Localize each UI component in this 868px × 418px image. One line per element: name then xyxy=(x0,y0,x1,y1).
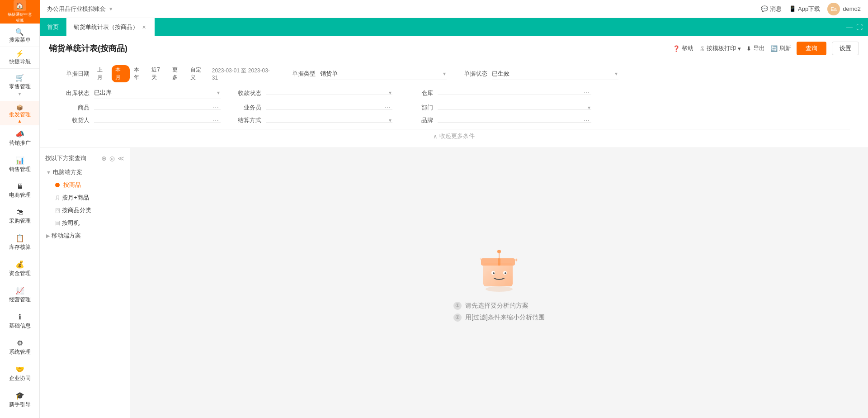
sidebar-item-base[interactable]: ℹ 基础信息 xyxy=(0,308,39,334)
recv-status-select[interactable]: ▾ xyxy=(266,91,392,95)
tree-item-by-goods[interactable]: 按商品 xyxy=(52,179,126,191)
filter-row-4: 收货人 ··· 结算方式 ▾ 品牌 ··· xyxy=(58,116,850,124)
filter-area: 单据日期 上月 本月 本年 近7天 更多 自定义 2023-03-01 至 20… xyxy=(49,60,859,147)
goods-input[interactable]: ··· xyxy=(94,106,221,110)
tab-maximize-icon[interactable]: ⛶ xyxy=(856,24,863,31)
filter-row-1: 单据日期 上月 本月 本年 近7天 更多 自定义 2023-03-01 至 20… xyxy=(58,65,850,82)
edit-scheme-icon[interactable]: ◎ xyxy=(109,155,115,162)
out-status-select[interactable]: 已出库 ▾ xyxy=(94,87,221,99)
sidebar-item-finance[interactable]: 💰 资金管理 xyxy=(0,256,39,282)
enterprise-icon: 🤝 xyxy=(15,365,24,374)
sidebar-item-system[interactable]: ⚙ 系统管理 xyxy=(0,334,39,361)
empty-step-2: ② 用[过滤]条件来缩小分析范围 xyxy=(453,314,545,322)
brand-dots[interactable]: ··· xyxy=(584,116,590,124)
brand-input[interactable]: ··· xyxy=(438,119,591,123)
sidebar-item-ops[interactable]: 📈 经营管理 xyxy=(0,282,39,308)
app-logo[interactable]: 🏠 畅捷通好生意 标账 xyxy=(0,0,40,24)
by-printer-label: 按司机 xyxy=(62,219,80,227)
app-download-btn[interactable]: 📱 App下载 xyxy=(789,5,820,13)
export-label: 导出 xyxy=(753,44,765,52)
sidebar-item-newbie[interactable]: 🎓 新手引导 xyxy=(0,387,39,413)
step2-text: 用[过滤]条件来缩小分析范围 xyxy=(465,314,545,322)
pc-tree-children: 按商品 月 按月+商品 回 按商品分类 回 按司机 xyxy=(43,179,126,229)
out-status-label: 出库状态 xyxy=(58,89,94,97)
wholesale-icon: 📦 xyxy=(16,104,23,111)
empty-text: ① 请先选择要分析的方案 ② 用[过滤]条件来缩小分析范围 xyxy=(453,302,545,322)
page-header-top: 销货单统计表(按商品) ❓ 帮助 🖨 按模板打印 ▾ ⬇ 导出 xyxy=(49,42,859,55)
printer-icon: 回 xyxy=(55,220,60,227)
tree-item-by-month-goods[interactable]: 月 按月+商品 xyxy=(52,191,126,204)
sales-label: 销售管理 xyxy=(9,166,31,173)
setting-button[interactable]: 设置 xyxy=(832,42,859,55)
sidebar-item-enterprise[interactable]: 🤝 企业协同 xyxy=(0,361,39,387)
dept-label: 部门 xyxy=(401,104,438,112)
newbie-icon: 🎓 xyxy=(15,391,24,400)
sidebar-item-purchase[interactable]: 🛍 采购管理 xyxy=(0,204,39,229)
sales-icon: 📊 xyxy=(15,156,24,165)
warehouse-input[interactable]: ··· xyxy=(438,91,591,95)
doc-status-select[interactable]: 已生效 ▾ xyxy=(492,68,618,80)
tree-item-by-goods-cat[interactable]: 回 按商品分类 xyxy=(52,204,126,217)
ecom-label: 电商管理 xyxy=(9,191,31,199)
export-icon: ⬇ xyxy=(746,45,751,52)
date-btn-this-year[interactable]: 本年 xyxy=(131,65,147,82)
sidebar-item-quick[interactable]: ⚡ 快捷导航 xyxy=(0,47,39,69)
doc-type-select[interactable]: 销货单 ▾ xyxy=(320,68,447,80)
message-btn[interactable]: 💬 消息 xyxy=(761,5,782,13)
tab-close-icon[interactable]: ✕ xyxy=(141,24,147,31)
pc-section-header[interactable]: ▼ 电脑端方案 xyxy=(43,166,126,179)
tab-home[interactable]: 首页 xyxy=(40,18,66,36)
refresh-btn[interactable]: 🔄 刷新 xyxy=(770,44,791,52)
sidebar-item-marketing[interactable]: 📣 营销推广 xyxy=(0,125,39,152)
sidebar-item-wholesale[interactable]: 📦 批发管理 ▲ xyxy=(0,101,39,125)
month-icon: 月 xyxy=(55,195,60,201)
sidebar-item-stock[interactable]: 📋 库存核算 xyxy=(0,229,39,256)
tab-sales-stat[interactable]: 销货单统计表（按商品） ✕ xyxy=(66,18,155,36)
date-btn-custom[interactable]: 自定义 xyxy=(187,65,209,82)
export-btn[interactable]: ⬇ 导出 xyxy=(746,44,765,52)
date-btn-last-month[interactable]: 上月 xyxy=(94,65,111,82)
print-dropdown-icon: ▾ xyxy=(738,45,741,52)
tree-item-by-printer[interactable]: 回 按司机 xyxy=(52,217,126,229)
tab-minimize-icon[interactable]: — xyxy=(846,24,853,31)
filter-row-2: 出库状态 已出库 ▾ 收款状态 ▾ 仓库 ··· xyxy=(58,87,850,99)
payment-select[interactable]: ▾ xyxy=(266,119,392,123)
chevron-up-icon: ∧ xyxy=(433,133,438,140)
refresh-label: 刷新 xyxy=(779,44,791,52)
sidebar-item-retail[interactable]: 🛒 零售管理 ▼ xyxy=(0,69,39,101)
app-download-label: App下载 xyxy=(798,5,820,13)
user-menu[interactable]: Ea demo2 xyxy=(827,3,861,15)
empty-illustration: ✦ ✦ xyxy=(474,245,524,294)
content-body: 按以下方案查询 ⊕ ◎ ≪ ▼ 电脑端方案 xyxy=(40,148,868,418)
consignee-input[interactable]: ··· xyxy=(94,119,221,123)
staff-input[interactable]: ··· xyxy=(266,106,392,110)
stock-label: 库存核算 xyxy=(9,243,31,251)
system-label: 系统管理 xyxy=(9,348,31,356)
sidebar-item-sales[interactable]: 📊 销售管理 xyxy=(0,152,39,178)
date-btn-7days[interactable]: 近7天 xyxy=(148,65,168,82)
goods-dots[interactable]: ··· xyxy=(213,104,219,112)
template-print-btn[interactable]: 🖨 按模板打印 ▾ xyxy=(699,44,741,52)
staff-dots[interactable]: ··· xyxy=(385,104,391,112)
help-btn[interactable]: ❓ 帮助 xyxy=(673,44,693,52)
consignee-dots[interactable]: ··· xyxy=(213,116,219,124)
dept-select[interactable]: ▾ xyxy=(438,106,591,110)
add-scheme-icon[interactable]: ⊕ xyxy=(101,155,107,162)
collapse-bar[interactable]: ∧ 收起更多条件 xyxy=(58,129,850,142)
tree-section: ▼ 电脑端方案 按商品 月 按月+商品 回 xyxy=(40,166,130,242)
warehouse-dots[interactable]: ··· xyxy=(584,89,590,97)
purchase-icon: 🛍 xyxy=(16,208,24,216)
sidebar-item-ecom[interactable]: 🖥 电商管理 xyxy=(0,178,39,204)
date-btn-this-month[interactable]: 本月 xyxy=(112,65,129,82)
collapse-panel-icon[interactable]: ≪ xyxy=(118,155,124,162)
query-button[interactable]: 查询 xyxy=(797,42,826,55)
print-icon: 🖨 xyxy=(699,45,705,52)
date-btn-more[interactable]: 更多 xyxy=(169,65,186,82)
dropdown-arrow[interactable]: ▾ xyxy=(109,5,113,12)
mobile-section-header[interactable]: ▶ 移动端方案 xyxy=(43,229,126,242)
sidebar-item-search[interactable]: 🔍 搜索菜单 xyxy=(0,24,39,47)
date-group: 上月 本月 本年 近7天 更多 自定义 2023-03-01 至 2023-03… xyxy=(94,65,275,82)
sidebar-item-appstore[interactable]: 🏪 应用中心 xyxy=(0,413,39,418)
newbie-label: 新手引导 xyxy=(9,401,31,408)
help-label: 帮助 xyxy=(682,44,693,52)
